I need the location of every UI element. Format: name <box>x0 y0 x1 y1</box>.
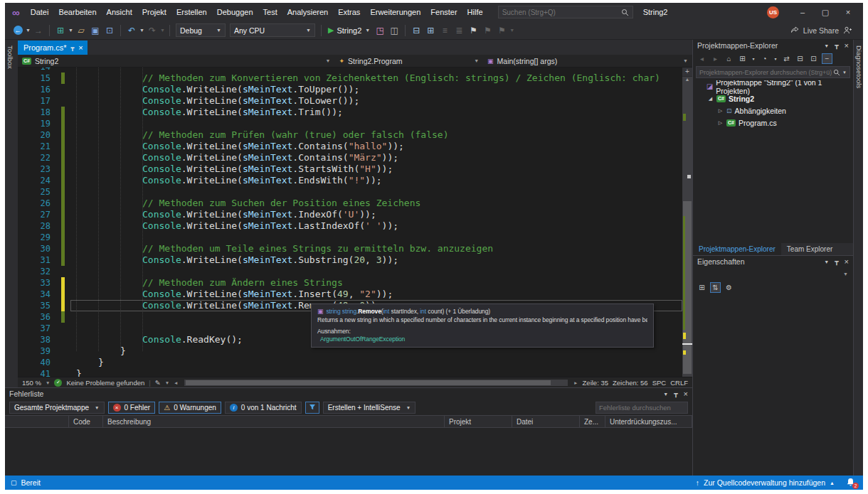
code-line-26[interactable]: 26// Methoden zum Suchen der Position ei… <box>18 198 682 209</box>
menu-datei[interactable]: Datei <box>26 6 54 18</box>
user-avatar[interactable]: US <box>767 6 779 18</box>
show-all-files-icon[interactable]: − <box>822 53 832 64</box>
next-bookmark-icon[interactable]: ⚑ <box>495 24 508 37</box>
code-line-17[interactable]: 17Console.WriteLine(sMeinText.ToLower())… <box>18 95 682 107</box>
error-list-search-input[interactable] <box>599 404 693 412</box>
profiler-icon[interactable]: ◳ <box>374 24 386 37</box>
tree-item-projektmappe-string2-1-von-1-p[interactable]: ◪Projektmappe "String2" (1 von 1 Projekt… <box>693 80 853 92</box>
chevron-down-icon[interactable]: ▼ <box>842 70 847 75</box>
pin-icon[interactable]: ┳ <box>835 42 838 49</box>
scroll-right-arrow[interactable]: ► <box>573 380 578 385</box>
tab-program-cs[interactable]: Program.cs* ┳ × <box>18 41 88 55</box>
menu-analysieren[interactable]: Analysieren <box>282 6 333 18</box>
run-tests-icon[interactable]: ⊞ <box>424 24 437 37</box>
toolbox-side-panel[interactable]: Toolbox <box>5 40 18 387</box>
expanded-expander-icon[interactable]: ◢ <box>707 96 714 102</box>
column-header-ze-[interactable]: Ze... <box>580 416 605 427</box>
preview-changes-icon[interactable]: ◫ <box>388 24 401 37</box>
tree-item-abh-ngigkeiten[interactable]: ▷⊡Abhängigkeiten <box>693 104 853 117</box>
prev-bookmark-icon[interactable]: ⚑ <box>481 24 494 37</box>
solution-explorer-search-box[interactable]: ▼ <box>696 66 850 78</box>
undo-icon[interactable]: ↶ <box>125 24 138 37</box>
code-line-24[interactable]: 24Console.WriteLine(sMeinText.EndsWith("… <box>18 175 682 186</box>
collapse-all-icon[interactable]: ⊡ <box>808 53 819 64</box>
close-button[interactable]: × <box>837 5 859 19</box>
categorized-icon[interactable]: ⊞ <box>697 282 707 293</box>
scrollbar-thumb[interactable] <box>186 380 551 385</box>
code-line-34[interactable]: 34Console.WriteLine(sMeinText.Insert(49,… <box>18 289 682 300</box>
messages-toggle-button[interactable]: i 0 von 1 Nachricht <box>225 402 302 414</box>
diagnostics-side-panel[interactable]: Diagnosetools <box>853 40 863 476</box>
start-debugging-button[interactable]: ▶String2▼ <box>328 26 370 35</box>
pin-icon[interactable]: ┳ <box>674 390 677 397</box>
quick-search-box[interactable] <box>498 6 633 18</box>
live-share-button[interactable]: Live Share <box>790 26 857 35</box>
chevron-up-icon[interactable]: ▲ <box>830 480 835 485</box>
new-item-dropdown[interactable]: ▼ <box>68 28 74 33</box>
code-line-28[interactable]: 28Console.WriteLine(sMeinText.LastIndexO… <box>18 220 682 232</box>
alphabetical-icon[interactable]: ⇅ <box>710 282 721 293</box>
save-all-icon[interactable]: ⊡ <box>103 24 116 37</box>
code-line-31[interactable]: 31Console.WriteLine(sMeinText.Substring(… <box>18 254 682 266</box>
save-icon[interactable]: ▣ <box>89 24 102 37</box>
pin-icon[interactable]: ┳ <box>835 258 838 265</box>
editor-horizontal-scrollbar[interactable] <box>184 380 568 386</box>
property-pages-icon[interactable]: ⚙ <box>724 282 734 293</box>
menu-debuggen[interactable]: Debuggen <box>212 6 258 18</box>
open-folder-icon[interactable]: ▱ <box>75 24 88 37</box>
error-list-body[interactable] <box>5 428 692 476</box>
dock-tab-projektmappen-explorer[interactable]: Projektmappen-Explorer <box>693 243 781 255</box>
errors-toggle-button[interactable]: × 0 Fehler <box>108 402 156 414</box>
pending-changes-dropdown[interactable]: ▾ <box>773 53 778 64</box>
column-header-projekt[interactable]: Projekt <box>445 416 512 427</box>
navigate-backward-dropdown[interactable]: ▼ <box>25 28 31 33</box>
undo-dropdown[interactable]: ▼ <box>139 28 145 33</box>
menu-ansicht[interactable]: Ansicht <box>102 6 137 18</box>
close-panel-icon[interactable]: × <box>845 41 849 50</box>
window-position-dropdown[interactable]: ▼ <box>824 43 829 48</box>
code-line-18[interactable]: 18Console.WriteLine(sMeinText.Trim()); <box>18 107 682 118</box>
code-editor[interactable]: 1415// Methoden zum Konvertieren von Zei… <box>18 68 692 377</box>
code-line-30[interactable]: 30// Methoden um Teile eines Strings zu … <box>18 243 682 254</box>
menu-hilfe[interactable]: Hilfe <box>462 6 488 18</box>
tab-close-icon[interactable]: × <box>78 43 83 52</box>
spaces-indicator[interactable]: SPC <box>652 379 667 387</box>
column-header-datei[interactable]: Datei <box>512 416 580 427</box>
properties-grid[interactable] <box>693 294 853 476</box>
add-to-source-control-button[interactable]: Zur Quellcodeverwaltung hinzufügen <box>704 478 825 487</box>
close-panel-icon[interactable]: × <box>845 257 849 266</box>
chevron-down-icon[interactable]: ▼ <box>46 380 50 385</box>
minimize-button[interactable]: – <box>792 5 813 19</box>
column-header-beschreibung[interactable]: Beschreibung <box>103 416 445 427</box>
bookmark-icon[interactable]: ⚑ <box>467 24 480 37</box>
code-line-29[interactable]: 29 <box>18 232 682 243</box>
error-list-search-box[interactable]: ▼ <box>596 402 688 414</box>
code-line-25[interactable]: 25 <box>18 186 682 198</box>
menu-erweiterungen[interactable]: Erweiterungen <box>365 6 425 18</box>
type-dropdown[interactable]: ✦ String2.Program ▼ <box>335 55 484 67</box>
toolbar-options-dropdown[interactable]: ▼ <box>509 28 515 33</box>
pin-icon[interactable]: ┳ <box>71 45 75 51</box>
configuration-combo[interactable]: Debug▼ <box>176 23 226 37</box>
code-line-21[interactable]: 21Console.WriteLine(sMeinText.Contains("… <box>18 141 682 152</box>
editor-vertical-scrollbar[interactable]: + ▲ <box>682 68 692 377</box>
refresh-icon[interactable]: ⊟ <box>795 53 805 64</box>
window-position-dropdown[interactable]: ▼ <box>824 259 829 264</box>
scroll-left-arrow[interactable]: ◄ <box>174 380 178 385</box>
platform-combo[interactable]: Any CPU▼ <box>230 23 315 37</box>
code-line-19[interactable]: 19 <box>18 118 682 129</box>
code-line-15[interactable]: 15// Methoden zum Konvertieren von Zeich… <box>18 73 682 84</box>
redo-dropdown[interactable]: ▼ <box>159 28 166 33</box>
comment-icon[interactable]: ≡ <box>438 24 451 37</box>
back-icon[interactable]: ◂ <box>697 53 707 64</box>
forward-icon[interactable]: ▸ <box>710 53 721 64</box>
menu-extras[interactable]: Extras <box>333 6 365 18</box>
category-combo[interactable]: Erstellen + IntelliSense▼ <box>323 402 416 414</box>
pending-changes-filter-icon[interactable]: ◔ <box>759 53 770 64</box>
tree-item-program-cs[interactable]: ▷C#Program.cs <box>693 117 853 129</box>
new-project-icon[interactable]: ⊞ <box>54 24 67 37</box>
code-line-20[interactable]: 20// Methoden zum Prüfen (wahr (true) od… <box>18 129 682 141</box>
code-line-16[interactable]: 16Console.WriteLine(sMeinText.ToUpper())… <box>18 84 682 95</box>
code-line-33[interactable]: 33// Methoden zum Ändern eines Strings <box>18 277 682 289</box>
code-line-22[interactable]: 22Console.WriteLine(sMeinText.Contains("… <box>18 152 682 163</box>
